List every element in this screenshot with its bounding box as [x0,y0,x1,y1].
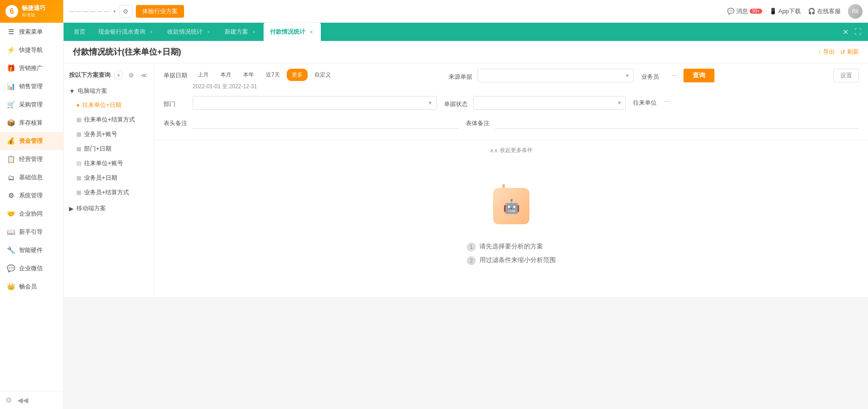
refresh-btn[interactable]: ↺ 刷新 [840,48,859,56]
sidebar-item-business[interactable]: 📋 经营管理 [0,150,63,168]
sidebar-item-label: 企业微信 [19,264,43,273]
date-this-month-btn[interactable]: 本月 [215,69,236,81]
business-icon: 📋 [6,155,15,164]
chevron-right-icon: ▶ [69,205,74,212]
tab-bank-flow[interactable]: 现金银行流水查询 × [92,23,161,41]
date-more-btn[interactable]: 更多 [287,69,308,81]
tab-close-collection[interactable]: × [205,29,212,35]
date-last-month-btn[interactable]: 上月 [193,69,214,81]
date-custom-btn[interactable]: 自定义 [309,69,336,81]
inventory-icon: 📦 [6,118,15,127]
export-btn[interactable]: ↑ 导出 [818,48,835,56]
sidebar-item-label: 基础信息 [19,173,43,182]
filter-settings-btn[interactable]: 设置 [833,69,859,82]
trial-btn[interactable]: 体验行业方案 [136,5,184,18]
select-arrow-icon: ▼ [625,73,630,78]
body-note-input[interactable] [495,115,859,129]
scheme-table-icon: ▦ [76,189,81,196]
hardware-icon: 🔧 [6,246,15,255]
online-support-btn[interactable]: 🎧 在线客服 [808,7,841,15]
app-download-btn[interactable]: 📱 App下载 [769,7,801,15]
scheme-item-dept-date[interactable]: ▦ 部门+日期 [64,141,154,156]
sidebar-item-search-menu[interactable]: ☰ 搜索菜单 [0,23,63,41]
search-menu-icon: ☰ [6,27,15,36]
scheme-item-label: 部门+日期 [84,145,111,153]
finance-icon: 💰 [6,136,15,146]
doc-status-select[interactable]: ▼ [473,96,626,110]
tab-label: 新建方案 [224,28,248,36]
partner-dots-btn[interactable]: ··· [662,97,672,106]
header-note-input[interactable] [193,115,459,129]
scheme-item-label: 业务员+日期 [84,174,117,182]
export-icon: ↑ [818,49,822,56]
expand-tabs-btn[interactable]: ⛶ [852,25,864,38]
sidebar-item-sales[interactable]: 📊 销售管理 [0,77,63,96]
sidebar-item-label: 智能硬件 [19,246,43,254]
sidebar-item-vip[interactable]: 👑 畅会员 [0,278,63,296]
sidebar-item-label: 系统管理 [19,192,43,200]
sidebar-item-inventory[interactable]: 📦 库存核算 [0,114,63,132]
scheme-collapse-btn[interactable]: ≪ [140,71,149,80]
breadcrumb-dropdown[interactable]: ▾ [113,8,116,15]
date-7days-btn[interactable]: 近7天 [261,69,285,81]
scheme-group-mobile-title[interactable]: ▶ 移动端方案 [64,202,154,215]
sidebar-item-hardware[interactable]: 🔧 智能硬件 [0,241,63,259]
source-doc-select[interactable]: ▼ [478,69,634,82]
scheme-item-partner-date[interactable]: ● 往来单位+日期 [64,98,154,112]
sidebar-item-system[interactable]: ⚙ 系统管理 [0,187,63,205]
source-doc-label: 来源单据 [449,70,474,81]
collapse-sidebar-btn[interactable]: ◀◀ [17,396,28,404]
scheme-item-salesman-settle[interactable]: ▦ 业务员+结算方式 [64,185,154,200]
page-header: 付款情况统计(往来单位+日期) ↑ 导出 ↺ 刷新 [64,41,868,63]
scheme-active-icon: ● [76,102,80,108]
salesman-label: 业务员 [641,70,667,81]
partner-group: 往来单位 ··· [633,96,815,107]
sidebar-item-marketing[interactable]: 🎁 营销推广 [0,59,63,77]
user-avatar[interactable]: Rit [848,4,863,19]
salesman-dots-btn[interactable]: ··· [670,71,680,80]
scheme-table-icon: ▦ [76,175,81,181]
scheme-item-partner-account[interactable]: ▤ 往来单位+账号 [64,156,154,171]
date-this-year-btn[interactable]: 本年 [238,69,259,81]
query-btn[interactable]: 查询 [683,69,714,82]
group-label: 移动端方案 [76,204,106,212]
scheme-item-partner-settle[interactable]: ▦ 往来单位+结算方式 [64,112,154,127]
page-settings-btn[interactable]: ⚙ [120,5,132,18]
tab-payment-stats[interactable]: 付款情况统计 × [264,23,321,41]
sidebar-item-label: 畅会员 [19,283,37,291]
tab-home[interactable]: 首页 [67,23,92,41]
sidebar-item-guide[interactable]: 📖 新手引导 [0,223,63,241]
sidebar-item-finance[interactable]: 💰 资金管理 [0,132,63,150]
scheme-add-btn[interactable]: + [114,71,123,80]
tab-new-scheme[interactable]: 新建方案 × [218,23,264,41]
tab-collection-stats[interactable]: 收款情况统计 × [161,23,218,41]
body-note-group: 表体备注 [466,115,859,129]
scheme-item-salesman-account[interactable]: ▦ 业务员+账号 [64,127,154,141]
salesman-group: 业务员 ··· 查询 [641,69,826,82]
body-note-label: 表体备注 [466,116,491,127]
close-all-tabs-btn[interactable]: ✕ [839,25,852,38]
collapse-conditions-btn[interactable]: ∧∧ 收起更多条件 [490,144,533,157]
scheme-group-pc-title[interactable]: ▼ 电脑端方案 [64,84,154,98]
scheme-table-icon: ▦ [76,131,81,137]
tab-close-new-scheme[interactable]: × [251,29,257,35]
breadcrumb-text: — — — — — — [69,8,110,15]
sidebar-item-weixin[interactable]: 💬 企业微信 [0,259,63,278]
dept-select[interactable]: ▼ [193,96,437,110]
messages-btn[interactable]: 💬 消息 99+ [727,7,762,15]
sidebar-item-basic-info[interactable]: 🗂 基础信息 [0,168,63,187]
settings-footer-btn[interactable]: ⚙ [5,396,12,404]
date-filter-group: 单据日期 上月 本月 本年 近7天 更多 自定义 [164,69,441,91]
page-header-actions: ↑ 导出 ↺ 刷新 [818,48,859,56]
tab-close-bank-flow[interactable]: × [148,29,155,35]
tab-label: 付款情况统计 [270,28,305,36]
scheme-item-salesman-date[interactable]: ▦ 业务员+日期 [64,171,154,185]
scheme-settings-btn[interactable]: ⚙ [127,71,136,80]
sidebar-item-quick-nav[interactable]: ⚡ 快捷导航 [0,41,63,59]
scheme-item-label: 往来单位+结算方式 [84,116,135,124]
empty-hint: 1 请先选择要分析的方案 2 用过滤条件来缩小分析范围 [467,242,556,270]
date-btns-row: 上月 本月 本年 近7天 更多 自定义 [193,69,336,81]
sidebar-item-purchase[interactable]: 🛒 采购管理 [0,96,63,114]
tab-close-payment[interactable]: × [308,29,314,35]
sidebar-item-enterprise[interactable]: 🤝 企业协同 [0,205,63,223]
